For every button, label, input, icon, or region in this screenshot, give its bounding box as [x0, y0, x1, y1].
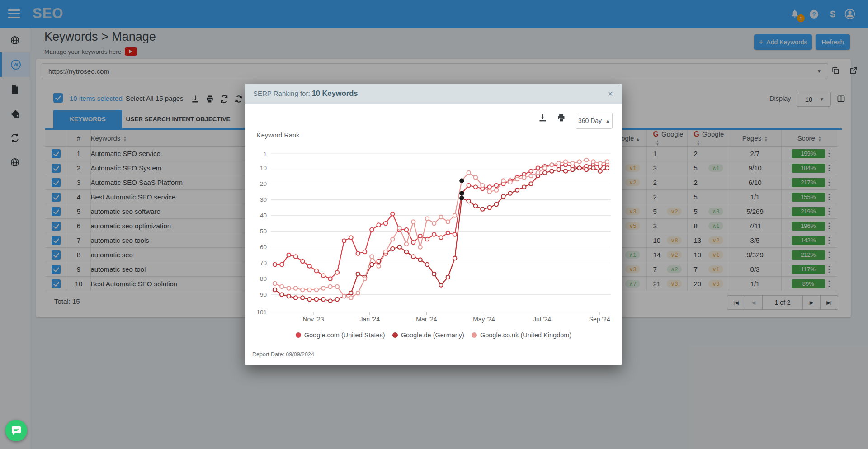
svg-text:Jan '24: Jan '24	[359, 316, 380, 323]
legend-dot-icon	[296, 332, 301, 338]
svg-text:20: 20	[260, 180, 267, 187]
svg-text:Nov '23: Nov '23	[302, 316, 324, 323]
modal-title: SERP Ranking for:10 Keywords	[253, 89, 358, 98]
legend-dot-icon	[472, 332, 477, 338]
svg-text:May '24: May '24	[473, 316, 495, 323]
chat-icon	[11, 425, 22, 436]
legend-label: Google.de (Germany)	[401, 331, 464, 339]
svg-text:10: 10	[260, 165, 267, 171]
legend-dot-icon	[392, 332, 398, 338]
serp-chart-svg: 1102030405060708090101Nov '23Jan '24Mar …	[245, 142, 622, 328]
report-date-text: Report Date: 09/09/2024	[252, 351, 314, 358]
svg-text:60: 60	[260, 244, 267, 250]
chat-widget-button[interactable]	[5, 420, 27, 441]
serp-ranking-modal: SERP Ranking for:10 Keywords × 360 Day ▲…	[245, 84, 622, 365]
legend-label: Google.com (United States)	[304, 331, 385, 339]
legend-item[interactable]: Google.com (United States)	[296, 331, 385, 339]
download-chart-icon[interactable]	[537, 112, 548, 123]
svg-text:101: 101	[256, 309, 267, 316]
svg-text:30: 30	[260, 196, 267, 203]
chart-axis-title: Keyword Rank	[257, 132, 299, 139]
svg-text:70: 70	[260, 260, 267, 266]
svg-text:80: 80	[260, 275, 267, 282]
svg-text:Mar '24: Mar '24	[416, 316, 437, 323]
svg-text:40: 40	[260, 212, 267, 219]
chart-legend: Google.com (United States)Google.de (Ger…	[245, 331, 622, 339]
modal-title-value: 10 Keywords	[312, 89, 358, 97]
svg-text:50: 50	[260, 228, 267, 235]
serp-chart[interactable]: 1102030405060708090101Nov '23Jan '24Mar …	[245, 142, 622, 328]
close-icon[interactable]: ×	[604, 88, 616, 99]
date-range-value: 360 Day	[578, 117, 602, 124]
chevron-up-icon: ▲	[605, 118, 610, 123]
legend-item[interactable]: Google.de (Germany)	[392, 331, 464, 339]
svg-text:Sep '24: Sep '24	[589, 316, 610, 323]
legend-item[interactable]: Google.co.uk (United Kingdom)	[472, 331, 571, 339]
svg-text:Jul '24: Jul '24	[533, 316, 551, 323]
svg-text:1: 1	[263, 151, 267, 157]
svg-text:90: 90	[260, 291, 267, 298]
print-chart-icon[interactable]	[555, 112, 567, 123]
legend-label: Google.co.uk (United Kingdom)	[480, 331, 571, 339]
modal-title-prefix: SERP Ranking for:	[253, 90, 310, 97]
date-range-select[interactable]: 360 Day ▲	[576, 113, 613, 129]
